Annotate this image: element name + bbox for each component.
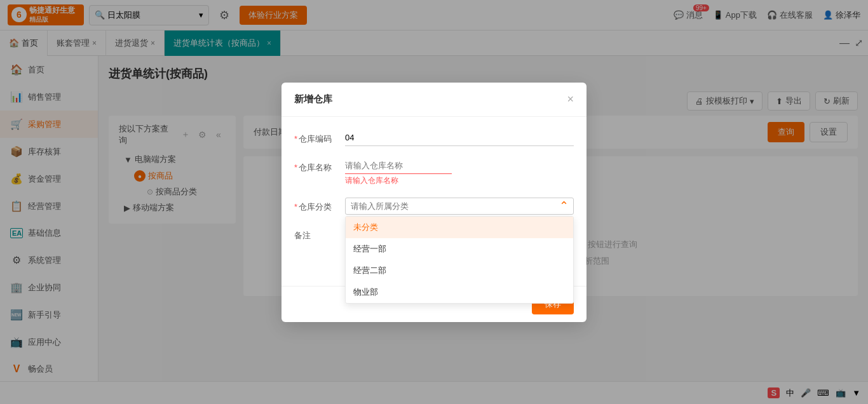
modal-close-btn[interactable]: × [567, 93, 574, 106]
modal-header: 新增仓库 × [281, 83, 587, 117]
dropdown-item-none[interactable]: 未分类 [346, 217, 573, 238]
code-input[interactable] [345, 130, 574, 146]
category-input[interactable] [345, 198, 574, 215]
name-input[interactable] [345, 158, 452, 174]
modal-body: 仓库编码 仓库名称 请输入仓库名称 仓库分类 ⌃ [281, 117, 587, 286]
modal-new-warehouse: 新增仓库 × 仓库编码 仓库名称 请输入仓库名称 仓库分类 [281, 83, 587, 322]
modal-title: 新增仓库 [294, 93, 332, 105]
modal-overlay[interactable]: 新增仓库 × 仓库编码 仓库名称 请输入仓库名称 仓库分类 [0, 0, 868, 404]
note-label: 备注 [294, 226, 345, 241]
dropdown-item-op1[interactable]: 经营一部 [346, 238, 573, 260]
name-label: 仓库名称 [294, 158, 345, 173]
category-dropdown: 未分类 经营一部 经营二部 物业部 [345, 216, 574, 304]
category-label: 仓库分类 [294, 198, 345, 213]
name-error-msg: 请输入仓库名称 [345, 175, 398, 186]
form-row-category: 仓库分类 ⌃ 未分类 经营一部 经营二部 物业部 [294, 198, 574, 215]
code-label: 仓库编码 [294, 130, 345, 145]
category-select-wrapper: ⌃ 未分类 经营一部 经营二部 物业部 [345, 198, 574, 215]
form-row-name: 仓库名称 请输入仓库名称 [294, 158, 574, 186]
dropdown-item-op2[interactable]: 经营二部 [346, 260, 573, 281]
dropdown-item-op3[interactable]: 物业部 [346, 281, 573, 303]
form-row-code: 仓库编码 [294, 130, 574, 146]
